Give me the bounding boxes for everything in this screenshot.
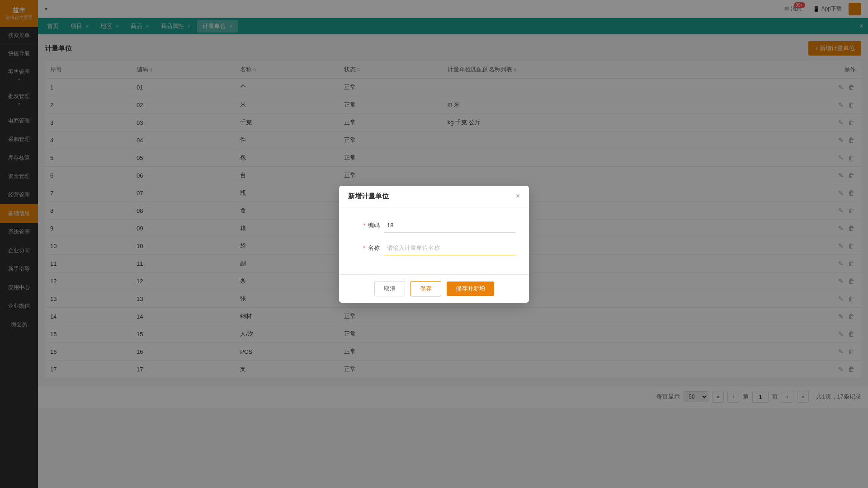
save-button[interactable]: 保存 [410, 281, 441, 296]
modal-header: 新增计量单位 × [339, 186, 529, 207]
cancel-button[interactable]: 取消 [374, 281, 405, 296]
form-row-name: * 名称 [353, 241, 515, 255]
modal-title: 新增计量单位 [348, 192, 389, 201]
name-label: * 名称 [353, 244, 380, 252]
form-row-code: * 编码 [353, 218, 515, 233]
modal-footer: 取消 保存 保存并新增 [339, 274, 529, 303]
code-label: * 编码 [353, 221, 380, 230]
name-input[interactable] [384, 241, 515, 255]
required-mark: * [363, 222, 365, 229]
code-input[interactable] [384, 218, 515, 233]
modal-close-button[interactable]: × [516, 192, 520, 200]
required-mark: * [363, 244, 365, 251]
modal-overlay[interactable]: 新增计量单位 × * 编码 * 名称 取消 保存 保存并新增 [0, 0, 868, 488]
save-and-new-button[interactable]: 保存并新增 [447, 282, 494, 296]
add-unit-modal: 新增计量单位 × * 编码 * 名称 取消 保存 保存并新增 [339, 186, 529, 303]
modal-body: * 编码 * 名称 [339, 207, 529, 274]
